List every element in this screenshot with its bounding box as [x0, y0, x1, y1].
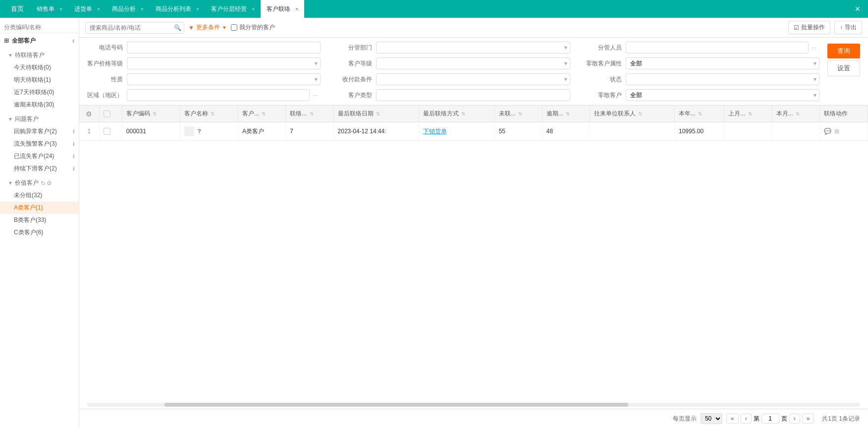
th-last-contact-method[interactable]: 最后联络方式 ⇅ — [419, 106, 494, 122]
next-page-button[interactable]: › — [789, 414, 800, 424]
sidebar-item-churned[interactable]: 已流失客户(24) ℹ — [0, 150, 79, 162]
nav-purchase[interactable]: 进货单 × — [68, 0, 106, 18]
last-contact-link[interactable]: 下销货单 — [423, 128, 447, 135]
close-all-button[interactable]: × — [851, 4, 864, 14]
nav-customer-tier[interactable]: 客户分层经营 × — [205, 0, 261, 18]
sidebar-item-tomorrow[interactable]: 明天待联络(1) — [0, 74, 79, 86]
th-no-contact[interactable]: 未联... ⇅ — [494, 106, 542, 122]
connect-action-icon[interactable]: ⊞ — [834, 128, 839, 135]
th-overdue[interactable]: 逾期... ⇅ — [542, 106, 590, 122]
filter-manager-dots[interactable]: ··· — [809, 44, 819, 51]
nav-goods-analysis[interactable]: 商品分析 × — [106, 0, 150, 18]
help-icon[interactable]: ℹ — [73, 154, 75, 159]
sidebar-item-today[interactable]: 今天待联络(0) — [0, 61, 79, 74]
chevron-down-icon: ▼ — [222, 25, 227, 30]
prev-page-button[interactable]: ‹ — [741, 414, 752, 424]
value-customers-title[interactable]: ▼ 价值客户 ↻ ⚙ — [0, 177, 79, 189]
filter-scattered-attr-select[interactable] — [626, 57, 819, 69]
filter-phone-input[interactable] — [127, 42, 321, 54]
table-settings-icon[interactable]: ⚙ — [86, 110, 92, 118]
filter-customer-grade-field: 客户等级 ▾ — [336, 57, 570, 69]
query-button[interactable]: 查询 — [827, 44, 860, 58]
filter-payment-select[interactable] — [376, 73, 570, 85]
my-customers-checkbox-input[interactable] — [231, 24, 237, 31]
chat-action-icon[interactable]: 💬 — [824, 128, 831, 135]
th-customer-type[interactable]: 客户... ⇅ — [238, 106, 286, 122]
row-checkbox[interactable] — [104, 128, 110, 135]
sidebar-search-input[interactable] — [4, 24, 78, 31]
page-size-select[interactable]: 50 — [701, 413, 722, 424]
close-goods-analysis-tab[interactable]: × — [141, 6, 144, 12]
help-icon[interactable]: ℹ — [73, 141, 75, 147]
filter-dept-select[interactable] — [376, 42, 570, 54]
sidebar-collapse-btn[interactable]: ‹ — [72, 36, 75, 45]
filter-nature-select[interactable] — [127, 73, 321, 85]
filter-payment-wrap: ▾ — [376, 73, 570, 85]
select-all-checkbox[interactable] — [104, 110, 110, 117]
close-customer-contact-tab[interactable]: × — [295, 6, 298, 12]
th-this-month[interactable]: 本月... ⇅ — [772, 106, 819, 122]
scrollbar-thumb[interactable] — [164, 403, 628, 407]
pending-contact-title[interactable]: ▼ 待联络客户 — [0, 49, 79, 61]
filter-dept-select-wrap: ▾ — [376, 42, 570, 54]
close-sales-tab[interactable]: × — [59, 6, 62, 12]
sidebar-all-customers[interactable]: ⊞ 全部客户 ‹ — [0, 33, 79, 48]
th-code[interactable]: 客户编码 ⇅ — [122, 106, 180, 122]
sidebar-item-class-a[interactable]: A类客户(1) — [0, 202, 79, 214]
th-contact-count[interactable]: 联络... ⇅ — [286, 106, 333, 122]
td-code: 000031 — [122, 122, 180, 141]
settings-small-icon[interactable]: ⚙ — [47, 180, 52, 187]
problem-customers-title[interactable]: ▼ 问题客户 — [0, 113, 79, 125]
sidebar-item-class-b[interactable]: B类客户(33) — [0, 214, 79, 226]
th-checkbox[interactable] — [99, 106, 122, 122]
filter-search-icon[interactable]: 🔍 — [174, 24, 181, 31]
sidebar-item-overdue[interactable]: 逾期未联络(30) — [0, 99, 79, 111]
problem-customers-group: ▼ 问题客户 回购异常客户(2) ℹ 流失预警客户(3) ℹ 已流失客户(24)… — [0, 112, 79, 176]
nav-goods-analysis-list[interactable]: 商品分析列表 × — [150, 0, 205, 18]
last-page-button[interactable]: » — [802, 414, 814, 424]
filter-customer-grade-wrap: ▾ — [376, 57, 570, 69]
filter-manager-input[interactable] — [626, 42, 809, 54]
filter-status-select[interactable] — [626, 73, 819, 85]
filter-scattered-select[interactable] — [626, 89, 819, 101]
filter-customer-type-wrap — [376, 89, 570, 101]
td-last-contact-method[interactable]: 下销货单 — [419, 122, 494, 141]
nav-sales[interactable]: 销售单 × — [31, 0, 68, 18]
batch-operation-button[interactable]: ☑ 批量操作 — [788, 21, 830, 34]
filter-region-dots[interactable]: ··· — [310, 92, 321, 99]
nav-customer-contact[interactable]: 客户联络 × — [261, 0, 304, 18]
th-last-month[interactable]: 上月... ⇅ — [724, 106, 772, 122]
nav-home[interactable]: 首页 — [4, 0, 31, 18]
th-settings[interactable]: ⚙ — [79, 106, 99, 122]
first-page-button[interactable]: « — [726, 414, 739, 424]
th-last-contact-date[interactable]: 最后联络日期 ⇅ — [333, 106, 419, 122]
page-number-input[interactable] — [761, 414, 779, 424]
td-name: ？ — [180, 122, 238, 141]
sidebar-item-week[interactable]: 近7天待联络(0) — [0, 86, 79, 99]
sidebar-item-declining[interactable]: 持续下滑客户(2) ℹ — [0, 162, 79, 175]
sidebar-item-ungrouped[interactable]: 未分组(32) — [0, 189, 79, 202]
th-name[interactable]: 客户名称 ⇅ — [180, 106, 238, 122]
sidebar-item-churn-warning[interactable]: 流失预警客户(3) ℹ — [0, 138, 79, 150]
close-goods-analysis-list-tab[interactable]: × — [196, 6, 199, 12]
th-this-year[interactable]: 本年... ⇅ — [675, 106, 724, 122]
filter-scattered-label: 零散客户 — [586, 91, 626, 100]
export-button[interactable]: ↑ 导出 — [834, 21, 862, 34]
close-customer-tier-tab[interactable]: × — [252, 6, 255, 12]
filter-customer-grade-select[interactable] — [376, 57, 570, 69]
sidebar-item-class-c[interactable]: C类客户(6) — [0, 226, 79, 239]
setting-button[interactable]: 设置 — [827, 60, 860, 76]
filter-price-grade-select[interactable] — [127, 57, 321, 69]
filter-region-input[interactable] — [127, 89, 310, 101]
help-icon[interactable]: ℹ — [73, 129, 75, 134]
close-purchase-tab[interactable]: × — [97, 6, 100, 12]
th-contact-person[interactable]: 往来单位联系人 ⇅ — [590, 106, 675, 122]
my-customers-checkbox[interactable]: 我分管的客户 — [231, 23, 275, 32]
help-icon[interactable]: ℹ — [73, 166, 75, 171]
filter-customer-type-select[interactable] — [376, 89, 570, 101]
sidebar-item-repurchase-abnormal[interactable]: 回购异常客户(2) ℹ — [0, 125, 79, 138]
td-checkbox[interactable] — [99, 122, 122, 141]
more-conditions-button[interactable]: ▼ 更多条件 ▼ — [188, 23, 227, 32]
refresh-icon[interactable]: ↻ — [41, 180, 46, 187]
filter-search-input[interactable] — [85, 22, 184, 34]
